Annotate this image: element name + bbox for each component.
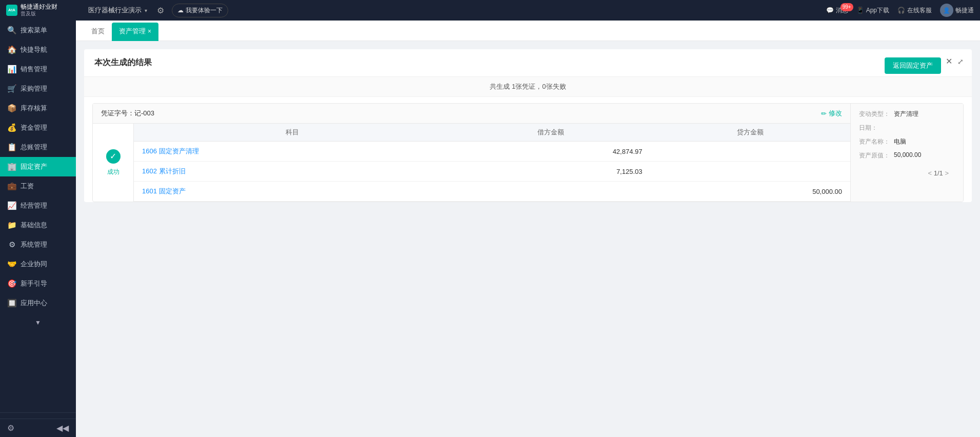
online-support-button[interactable]: 🎧 在线客服 — [897, 6, 932, 15]
content-area: 首页 资产管理 × 本次生成的结果 返回固定资产 ✕ ⤢ — [76, 21, 980, 437]
logo-area: AtA 畅捷通好业财 普及版 — [6, 3, 82, 17]
page-title: 本次生成的结果 — [94, 57, 152, 68]
experience-button[interactable]: ☁ 我要体验一下 — [172, 4, 228, 17]
panel-expand-button[interactable]: ⤢ — [957, 57, 964, 66]
sidebar-funds-label: 资金管理 — [21, 123, 47, 132]
col-debit-header: 借方金额 — [451, 124, 651, 142]
settings-icon-bottom[interactable]: ⚙ — [7, 423, 14, 433]
subject-cell: 1606 固定资产清理 — [134, 142, 451, 162]
guide-icon: 🎯 — [7, 279, 16, 288]
sidebar-item-purchase[interactable]: 🛒 采购管理 — [0, 79, 76, 98]
sidebar-item-ledger[interactable]: 📋 总账管理 — [0, 137, 76, 157]
collapse-sidebar-button[interactable]: ◀◀ — [56, 423, 69, 433]
sidebar-item-sales[interactable]: 📊 销售管理 — [0, 59, 76, 79]
sidebar-item-search[interactable]: 🔍 搜索菜单 — [0, 21, 76, 40]
message-icon: 💬 — [826, 7, 834, 14]
voucher-right-panel: 变动类型： 资产清理 日期： 资产名称： 电脑 资产原值： — [850, 104, 963, 202]
sidebar-item-operations[interactable]: 📈 经营管理 — [0, 196, 76, 215]
logo-text-area: 畅捷通好业财 普及版 — [21, 3, 57, 17]
avatar: 👤 — [940, 4, 953, 17]
operations-icon: 📈 — [7, 201, 16, 210]
return-fixed-assets-button[interactable]: 返回固定资产 — [885, 57, 941, 74]
app-download-icon: 📱 — [856, 7, 864, 14]
scroll-down-icon: ▼ — [35, 319, 41, 326]
message-badge: 99+ — [841, 3, 853, 11]
sidebar-item-inventory[interactable]: 📦 库存核算 — [0, 98, 76, 118]
sidebar-item-guide[interactable]: 🎯 新手引导 — [0, 274, 76, 293]
sidebar-item-basic-info[interactable]: 📁 基础信息 — [0, 215, 76, 235]
sidebar-footer: ⚙ ◀◀ — [0, 419, 76, 437]
result-header: 本次生成的结果 返回固定资产 ✕ ⤢ — [84, 49, 972, 76]
tab-close-button[interactable]: × — [148, 28, 151, 35]
user-profile-button[interactable]: 👤 畅捷通 — [940, 4, 974, 17]
main-layout: 🔍 搜索菜单 🏠 快捷导航 📊 销售管理 🛒 采购管理 📦 库存核算 💰 资金管… — [0, 21, 980, 437]
credit-cell — [650, 142, 850, 162]
page-content: 本次生成的结果 返回固定资产 ✕ ⤢ 共生成 1张凭证，0张失败 — [76, 41, 980, 437]
sidebar-system-label: 系统管理 — [21, 240, 47, 249]
change-type-row: 变动类型： 资产清理 — [859, 110, 955, 118]
tab-home[interactable]: 首页 — [84, 23, 112, 41]
user-name: 畅捷通 — [955, 6, 974, 15]
sidebar-app-center-label: 应用中心 — [21, 299, 47, 308]
sidebar-purchase-label: 采购管理 — [21, 84, 47, 93]
sidebar-item-payroll[interactable]: 💼 工资 — [0, 176, 76, 196]
sidebar-item-fixed-assets[interactable]: 🏢 固定资产 — [0, 157, 76, 176]
col-subject-header: 科目 — [134, 124, 451, 142]
edit-voucher-button[interactable]: ✏ 修改 — [821, 109, 842, 118]
payroll-icon: 💼 — [7, 182, 16, 191]
app-download-label: App下载 — [866, 6, 889, 15]
table-row: 1602 累计折旧7,125.03 — [134, 162, 850, 182]
sales-icon: 📊 — [7, 65, 16, 74]
experience-icon: ☁ — [177, 7, 184, 14]
success-icon: ✓ — [106, 149, 121, 164]
subject-cell: 1601 固定资产 — [134, 182, 451, 202]
pagination: < 1/1 > — [859, 165, 955, 181]
sidebar: 🔍 搜索菜单 🏠 快捷导航 📊 销售管理 🛒 采购管理 📦 库存核算 💰 资金管… — [0, 21, 76, 437]
inventory-icon: 📦 — [7, 104, 16, 113]
ledger-icon: 📋 — [7, 143, 16, 152]
avatar-icon: 👤 — [943, 7, 950, 14]
message-button[interactable]: 💬 消息 99+ — [826, 6, 848, 15]
date-label: 日期： — [859, 124, 877, 132]
home-tab-label: 首页 — [91, 27, 105, 36]
sidebar-scroll-down-button[interactable]: ▼ — [0, 317, 76, 328]
tab-asset-management[interactable]: 资产管理 × — [112, 23, 158, 41]
logo-abbr: AtA — [8, 8, 15, 12]
credit-cell — [650, 162, 850, 182]
edit-icon: ✏ — [821, 110, 827, 117]
sidebar-operations-label: 经营管理 — [21, 201, 47, 210]
sidebar-fixed-assets-label: 固定资产 — [21, 162, 47, 171]
top-right-actions: 💬 消息 99+ 📱 App下载 🎧 在线客服 👤 畅捷通 — [826, 4, 974, 17]
next-page-button[interactable]: > — [945, 169, 949, 177]
original-value-value: 50,000.00 — [894, 151, 921, 160]
debit-cell: 42,874.97 — [451, 142, 651, 162]
sidebar-item-system[interactable]: ⚙ 系统管理 — [0, 235, 76, 254]
sidebar-item-quick-nav[interactable]: 🏠 快捷导航 — [0, 40, 76, 59]
settings-gear-button[interactable]: ⚙ — [153, 3, 168, 17]
top-header: AtA 畅捷通好业财 普及版 医疗器械行业演示 ▾ ⚙ ☁ 我要体验一下 💬 消… — [0, 0, 980, 21]
panel-close-button[interactable]: ✕ — [946, 56, 952, 66]
debit-cell — [451, 182, 651, 202]
sidebar-quicknav-label: 快捷导航 — [21, 45, 47, 54]
table-row: 1606 固定资产清理42,874.97 — [134, 142, 850, 162]
logo-sub-text: 普及版 — [21, 10, 57, 17]
result-panel: 本次生成的结果 返回固定资产 ✕ ⤢ 共生成 1张凭证，0张失败 — [84, 49, 972, 202]
original-value-label: 资产原值： — [859, 151, 890, 160]
online-support-label: 在线客服 — [907, 6, 932, 15]
voucher-table: 科目 借方金额 贷方金额 1606 固定资产清理42,874.971602 累计… — [134, 124, 850, 202]
sidebar-item-app-center[interactable]: 🔲 应用中心 — [0, 293, 76, 313]
sidebar-item-funds[interactable]: 💰 资金管理 — [0, 118, 76, 137]
logo-main-text: 畅捷通好业财 — [21, 3, 57, 10]
sidebar-item-collaboration[interactable]: 🤝 企业协同 — [0, 254, 76, 274]
app-download-button[interactable]: 📱 App下载 — [856, 6, 889, 15]
date-row: 日期： — [859, 124, 955, 132]
summary-row: 共生成 1张凭证，0张失败 — [84, 76, 972, 97]
sidebar-collaboration-label: 企业协同 — [21, 260, 47, 269]
debit-cell: 7,125.03 — [451, 162, 651, 182]
company-selector[interactable]: 医疗器械行业演示 ▾ — [82, 6, 153, 15]
sidebar-sales-label: 销售管理 — [21, 65, 47, 74]
prev-page-button[interactable]: < — [928, 169, 932, 177]
system-icon: ⚙ — [7, 240, 16, 249]
asset-name-label: 资产名称： — [859, 137, 890, 146]
sidebar-basic-info-label: 基础信息 — [21, 221, 47, 230]
